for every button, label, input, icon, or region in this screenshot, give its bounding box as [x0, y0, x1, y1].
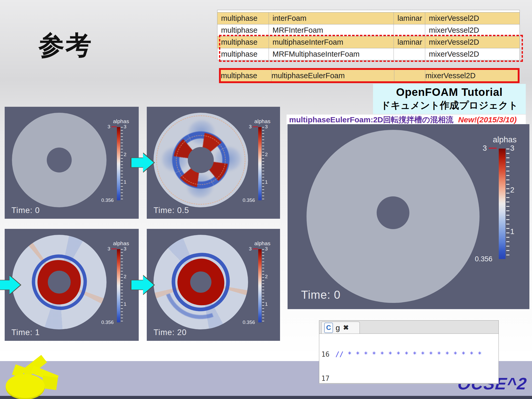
colorbar-tick: 1 [124, 179, 127, 185]
shaft [188, 147, 214, 173]
colorbar-tick: 2 [510, 186, 514, 194]
colorbar: alphas 3 3 2 1 0.356 [476, 135, 525, 262]
viz-panel-large: alphas 3 3 2 1 0.356 Time: 0 [288, 124, 529, 309]
footer-strip [0, 396, 532, 399]
table-row: multiphase interFoam laminar mixerVessel… [217, 12, 520, 24]
colorbar-tick: 3 [124, 124, 127, 130]
colorbar-tick: 3 [265, 124, 268, 130]
colorbar-ticks [262, 127, 264, 200]
cell-solver: interFoam [269, 12, 394, 24]
colorbar-tick: 1 [265, 301, 268, 307]
impeller-3d-logo [6, 362, 60, 398]
code-content: 16// * * * * * * * * * * * * * * * * * 1… [319, 334, 498, 383]
cell-flow [394, 70, 425, 81]
colorbar-gradient [258, 249, 262, 322]
colorbar-tick: 2 [265, 274, 268, 280]
colorbar-gradient [499, 149, 506, 259]
page-title: 参考 [38, 28, 92, 63]
line-number: 17 [321, 375, 335, 383]
colorbar-min-label: 0.356 [101, 320, 114, 325]
right-arrow-icon [131, 275, 154, 295]
colorbar-tick: 1 [265, 179, 268, 185]
time-label: Time: 0 [11, 206, 40, 215]
shaft [190, 271, 211, 293]
colorbar-title: alphas [488, 135, 522, 144]
colorbar-title: alphas [249, 118, 275, 124]
banner-line2: ドキュメント作成プロジェクト [373, 99, 526, 112]
colorbar-ticks [262, 249, 264, 322]
colorbar-max-pointer [111, 126, 117, 127]
editor-tab[interactable]: C g ✖ [321, 322, 360, 334]
colorbar-min-label: 0.356 [243, 320, 255, 325]
colorbar-ticks [121, 249, 123, 322]
case-subtitle: multiphaseEulerFoam:2D回転撹拌槽の混相流 New!(201… [287, 115, 526, 125]
viz-panel-time20: alphas 3 3 2 1 0.356 Time: 20 [147, 229, 280, 341]
time-label: Time: 0.5 [154, 206, 189, 215]
cell-case: mixerVessel2D [425, 12, 520, 24]
colorbar-title: alphas [108, 118, 134, 124]
cell-case: mixerVessel2D [425, 24, 520, 36]
banner-line1: OpenFOAM Tutorial [373, 86, 526, 98]
cell-category: multiphase [217, 24, 269, 36]
line-number: 16 [321, 350, 335, 358]
subtitle-text: multiphaseEulerFoam:2D回転撹拌槽の混相流 [289, 115, 453, 124]
colorbar: alphas 3 3 2 1 0.356 [245, 240, 278, 318]
colorbar-max-label: 3 [108, 246, 110, 252]
file-type-icon: C [324, 323, 333, 333]
shaft [47, 148, 72, 172]
shaft [377, 196, 409, 229]
mixer-vessel [307, 130, 480, 303]
cell-category: multiphase [217, 12, 269, 24]
time-label: Time: 1 [11, 328, 40, 337]
colorbar-ticks [121, 127, 123, 200]
viz-panel-time1: alphas 3 3 2 1 0.356 Time: 1 [5, 229, 139, 341]
colorbar-max-pointer [489, 148, 497, 149]
mixer-vessel [12, 113, 107, 207]
mixer-vessel [154, 235, 248, 329]
colorbar-tick: 3 [124, 246, 127, 252]
colorbar-tick: 3 [265, 246, 268, 252]
cell-flow: laminar [394, 12, 425, 24]
colorbar-max-pointer [111, 248, 117, 249]
colorbar-max-pointer [253, 126, 258, 127]
time-label: Time: 20 [154, 328, 187, 337]
colorbar-gradient [117, 249, 120, 322]
code-line: 17 [321, 375, 498, 383]
table-partial-row [217, 10, 520, 12]
colorbar-max-label: 3 [108, 124, 110, 130]
new-badge: New!(2015/3/10) [458, 115, 517, 124]
editor-tab-bar: C g ✖ [319, 321, 498, 334]
viz-panel-time05: alphas 3 3 2 1 0.356 Time: 0.5 [147, 107, 280, 219]
tutorial-banner: OpenFOAM Tutorial ドキュメント作成プロジェクト [373, 84, 526, 114]
colorbar-max-label: 3 [249, 246, 252, 252]
tab-filename: g [336, 323, 340, 332]
code-editor: C g ✖ 16// * * * * * * * * * * * * * * *… [319, 320, 499, 383]
cell-solver: multiphaseEulerFoam [271, 70, 394, 81]
cell-solver: MRFInterFoam [269, 24, 394, 36]
colorbar-tick: 1 [124, 301, 127, 307]
cell-flow [394, 24, 425, 36]
right-arrow-icon [131, 153, 154, 172]
colorbar-tick: 3 [510, 144, 514, 152]
code-comment: // * * * * * * * * * * * * * * * * * [335, 350, 482, 358]
colorbar-min-label: 0.356 [475, 255, 493, 263]
dashed-highlight-box [219, 35, 523, 62]
colorbar-max-pointer [253, 248, 258, 249]
shaft [48, 271, 71, 294]
mixer-vessel [12, 235, 107, 329]
colorbar-max-label: 3 [483, 144, 487, 152]
colorbar-tick: 2 [265, 152, 268, 157]
colorbar-gradient [258, 127, 262, 200]
colorbar-ticks [506, 149, 509, 259]
viz-panel-time0: alphas 3 3 2 1 0.356 Time: 0 [5, 107, 139, 219]
close-icon[interactable]: ✖ [343, 324, 349, 332]
colorbar: alphas 3 3 2 1 0.356 [245, 118, 278, 196]
featured-solver-box: multiphase multiphaseEulerFoam mixerVess… [219, 68, 520, 83]
right-arrow-icon [0, 275, 20, 295]
colorbar-tick: 2 [124, 152, 127, 157]
code-line: 16// * * * * * * * * * * * * * * * * * [321, 350, 498, 358]
cell-case: mixerVessel2D [425, 70, 518, 81]
cell-category: multiphase [221, 70, 271, 81]
mixer-vessel [154, 113, 248, 207]
time-label: Time: 0 [301, 288, 341, 301]
